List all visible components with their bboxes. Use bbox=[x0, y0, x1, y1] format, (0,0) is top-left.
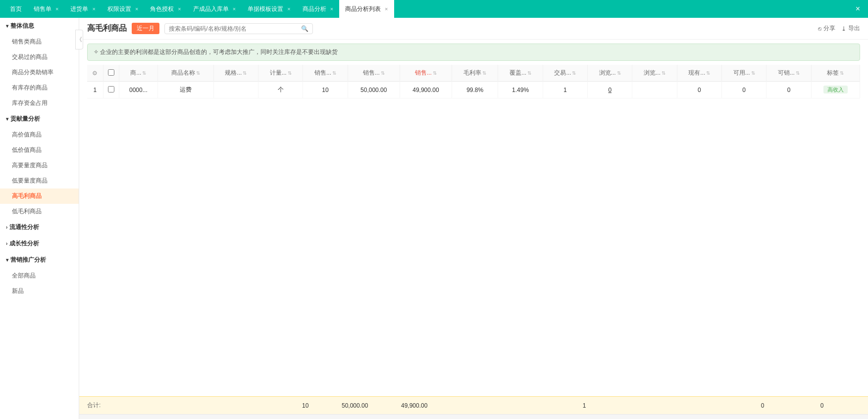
sidebar-item-in-stock-goods[interactable]: 有库存的商品 bbox=[0, 80, 79, 95]
nav-role-auth[interactable]: 角色授权 × bbox=[144, 0, 187, 18]
arrow-right-icon: › bbox=[6, 225, 7, 230]
high-income-tag: 高收入 bbox=[823, 86, 848, 93]
table-wrapper: ⚙ 商...⇅ 商品名称⇅ 规格...⇅ bbox=[79, 65, 868, 396]
nav-home[interactable]: 首页 bbox=[4, 0, 28, 18]
col-code[interactable]: 商...⇅ bbox=[119, 65, 158, 82]
search-box: 🔍 bbox=[164, 23, 313, 34]
close-icon[interactable]: × bbox=[135, 6, 138, 12]
sidebar-item-low-value[interactable]: 低价值商品 bbox=[0, 142, 79, 158]
close-icon[interactable]: × bbox=[55, 6, 58, 12]
sidebar-group-overall[interactable]: ▾ 整体信息 bbox=[0, 18, 79, 34]
arrow-down-icon: ▾ bbox=[6, 116, 8, 122]
close-icon[interactable]: × bbox=[287, 6, 290, 12]
share-button[interactable]: ⎋ 分享 bbox=[818, 24, 835, 33]
table-header-row: ⚙ 商...⇅ 商品名称⇅ 规格...⇅ bbox=[87, 65, 860, 82]
col-trade[interactable]: 交易...⇅ bbox=[543, 65, 587, 82]
sidebar-item-category-sales-rate[interactable]: 商品分类助销率 bbox=[0, 65, 79, 80]
main-layout: ▾ 整体信息 销售类商品 交易过的商品 商品分类助销率 有库存的商品 库存资金占… bbox=[0, 18, 868, 419]
col-unit[interactable]: 计量...⇅ bbox=[258, 65, 303, 82]
nav-template-settings[interactable]: 单据模板设置 × bbox=[242, 0, 296, 18]
search-input[interactable] bbox=[169, 25, 299, 32]
sidebar: ▾ 整体信息 销售类商品 交易过的商品 商品分类助销率 有库存的商品 库存资金占… bbox=[0, 18, 79, 419]
row-current-stock: 0 bbox=[677, 82, 721, 98]
row-sale-qty: 10 bbox=[303, 82, 348, 98]
content-area: 高毛利商品 近一月 🔍 ⎋ 分享 ⤓ 导出 ✧ 企业的主要的利润都是这部分商品创… bbox=[79, 18, 868, 419]
sidebar-item-new-goods[interactable]: 新品 bbox=[0, 283, 79, 299]
nav-purchase-order[interactable]: 进货单 × bbox=[64, 0, 101, 18]
row-available-stock: 0 bbox=[722, 82, 766, 98]
share-icon: ⎋ bbox=[818, 25, 821, 32]
sidebar-group-marketing[interactable]: ▾ 营销推广分析 bbox=[0, 252, 79, 268]
row-unit: 个 bbox=[258, 82, 303, 98]
info-banner: ✧ 企业的主要的利润都是这部分商品创造的，可考虑加大推广，同时关注库存是不要出现… bbox=[87, 44, 860, 61]
col-sale-qty[interactable]: 销售...⇅ bbox=[303, 65, 348, 82]
sidebar-item-low-freq[interactable]: 低要量度商品 bbox=[0, 173, 79, 188]
col-view2[interactable]: 浏览...⇅ bbox=[632, 65, 677, 82]
col-sale-profit[interactable]: 销售...⇅ bbox=[400, 65, 452, 82]
row-gross-margin: 99.8% bbox=[452, 82, 498, 98]
sidebar-item-high-freq[interactable]: 高要量度商品 bbox=[0, 158, 79, 173]
page-title: 高毛利商品 bbox=[87, 23, 127, 34]
checkbox-col-header[interactable] bbox=[103, 65, 119, 82]
sidebar-item-traded-goods[interactable]: 交易过的商品 bbox=[0, 49, 79, 65]
nav-product-analysis-list[interactable]: 商品分析列表 × bbox=[339, 0, 394, 18]
settings-col-header[interactable]: ⚙ bbox=[87, 65, 103, 82]
sidebar-collapse-btn[interactable]: 《 bbox=[75, 30, 83, 49]
row-coverage: 1.49% bbox=[498, 82, 543, 98]
select-all-checkbox[interactable] bbox=[108, 69, 114, 76]
footer-trade: 1 bbox=[546, 402, 586, 409]
export-icon: ⤓ bbox=[841, 25, 846, 32]
nav-finished-goods[interactable]: 产成品入库单 × bbox=[187, 0, 242, 18]
footer-current-stock: 0 bbox=[724, 402, 764, 409]
sidebar-group-liquidity[interactable]: › 流通性分析 bbox=[0, 219, 79, 235]
row-sale-amount: 50,000.00 bbox=[348, 82, 400, 98]
sidebar-item-high-margin[interactable]: 高毛利商品 bbox=[0, 188, 79, 204]
col-name[interactable]: 商品名称⇅ bbox=[158, 65, 213, 82]
close-icon[interactable]: × bbox=[178, 6, 181, 12]
arrow-down-icon: ▾ bbox=[6, 23, 8, 29]
period-button[interactable]: 近一月 bbox=[132, 23, 159, 34]
row-sale-profit: 49,900.00 bbox=[400, 82, 452, 98]
row-saleable-stock: 0 bbox=[766, 82, 811, 98]
settings-icon[interactable]: ⚙ bbox=[92, 70, 98, 77]
search-icon[interactable]: 🔍 bbox=[301, 25, 308, 32]
row-name: 运费 bbox=[158, 82, 213, 98]
footer-sale-profit: 49,900.00 bbox=[388, 402, 427, 409]
col-gross-margin[interactable]: 毛利率⇅ bbox=[452, 65, 498, 82]
footer-bar: 合计: 10 50,000.00 49,900.00 1 0 0 bbox=[79, 396, 868, 414]
close-icon[interactable]: × bbox=[385, 6, 388, 12]
col-sale-amount[interactable]: 销售...⇅ bbox=[348, 65, 400, 82]
header-actions: ⎋ 分享 ⤓ 导出 bbox=[818, 24, 860, 33]
sidebar-item-low-margin[interactable]: 低毛利商品 bbox=[0, 204, 79, 219]
sidebar-group-growth[interactable]: › 成长性分析 bbox=[0, 235, 79, 252]
close-icon[interactable]: × bbox=[92, 6, 95, 12]
nav-permission-settings[interactable]: 权限设置 × bbox=[102, 0, 144, 18]
col-available-stock[interactable]: 可用...⇅ bbox=[722, 65, 766, 82]
row-trade: 1 bbox=[543, 82, 587, 98]
col-spec[interactable]: 规格...⇅ bbox=[213, 65, 258, 82]
col-view1[interactable]: 浏览...⇅ bbox=[588, 65, 632, 82]
col-tag[interactable]: 标签⇅ bbox=[811, 65, 860, 82]
col-current-stock[interactable]: 现有...⇅ bbox=[677, 65, 721, 82]
nav-product-analysis[interactable]: 商品分析 × bbox=[297, 0, 339, 18]
footer-label: 合计: bbox=[87, 401, 101, 410]
arrow-right-icon: › bbox=[6, 241, 7, 246]
sidebar-item-inventory-fund[interactable]: 库存资金占用 bbox=[0, 95, 79, 111]
col-saleable-stock[interactable]: 可销...⇅ bbox=[766, 65, 811, 82]
horizontal-scrollbar[interactable] bbox=[79, 414, 868, 419]
close-all-btn[interactable]: × bbox=[852, 4, 864, 13]
top-nav: 首页 销售单 × 进货单 × 权限设置 × 角色授权 × 产成品入库单 × 单据… bbox=[0, 0, 868, 18]
footer-sale-qty: 10 bbox=[269, 402, 308, 409]
footer-available-stock: 0 bbox=[784, 402, 823, 409]
row-view1[interactable]: 0 bbox=[588, 82, 632, 98]
nav-sales-order[interactable]: 销售单 × bbox=[28, 0, 64, 18]
row-checkbox[interactable] bbox=[103, 82, 119, 98]
sidebar-item-sales-goods[interactable]: 销售类商品 bbox=[0, 34, 79, 49]
sidebar-item-high-value[interactable]: 高价值商品 bbox=[0, 127, 79, 142]
col-coverage[interactable]: 覆盖...⇅ bbox=[498, 65, 543, 82]
close-icon[interactable]: × bbox=[233, 6, 236, 12]
sidebar-group-contribution[interactable]: ▾ 贡献量分析 bbox=[0, 111, 79, 127]
export-button[interactable]: ⤓ 导出 bbox=[841, 24, 860, 33]
sidebar-item-all-goods[interactable]: 全部商品 bbox=[0, 268, 79, 283]
close-icon[interactable]: × bbox=[330, 6, 333, 12]
